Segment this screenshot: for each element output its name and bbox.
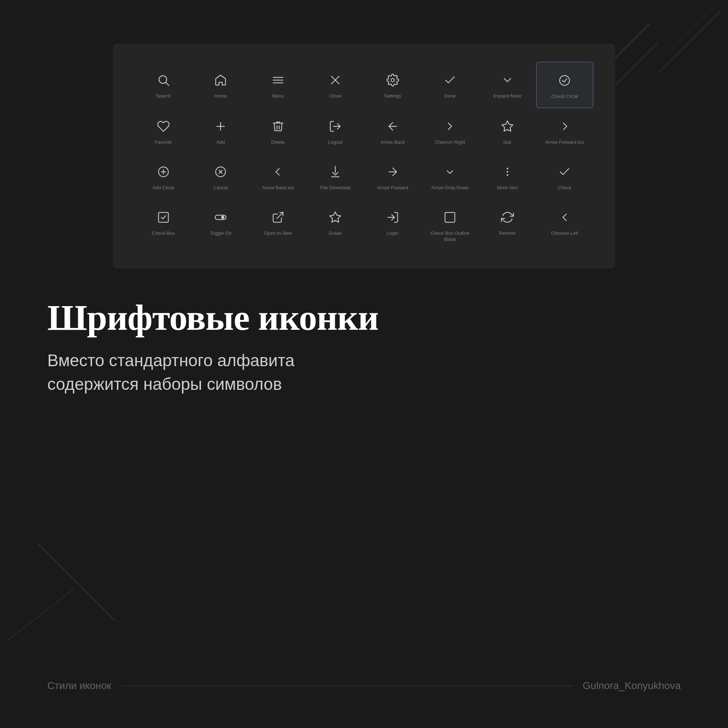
- footer-divider: [122, 686, 572, 686]
- file-download-icon: [329, 164, 342, 180]
- icon-cell-cancel[interactable]: Cancel: [192, 154, 250, 199]
- footer-left-text: Стили иконок: [47, 680, 112, 691]
- icon-cell-chevron-left[interactable]: Chevron Left: [536, 199, 594, 251]
- check-label: Check: [558, 185, 572, 191]
- settings-label: Settings: [384, 93, 401, 99]
- icon-cell-arrow-back-ios[interactable]: Arrow Back Ios: [249, 154, 307, 199]
- svg-point-25: [507, 168, 509, 170]
- check-icon: [558, 164, 571, 180]
- icon-cell-close[interactable]: Close: [307, 62, 364, 108]
- delete-icon: [272, 118, 284, 134]
- icon-cell-toggle-on[interactable]: Toggle On: [192, 199, 250, 251]
- icon-cell-check-circle[interactable]: Check Circle: [536, 62, 594, 108]
- check-box-label: Check Box: [152, 230, 175, 237]
- home-label: Home: [214, 93, 227, 99]
- icon-cell-done[interactable]: Done: [422, 62, 479, 108]
- expand-more-icon: [501, 72, 514, 88]
- star-icon: [501, 118, 514, 134]
- chevron-left-label: Chevron Left: [551, 230, 578, 237]
- icon-cell-add[interactable]: Add: [192, 108, 250, 154]
- arrow-back-icon: [386, 118, 399, 134]
- svg-marker-16: [502, 121, 513, 132]
- icon-cell-home[interactable]: Home: [192, 62, 250, 108]
- more-vert-icon: [501, 164, 514, 180]
- done-icon: [444, 72, 456, 88]
- arrow-forward-ios-icon: [558, 118, 571, 134]
- cancel-label: Cancel: [213, 185, 228, 191]
- open-in-new-icon: [272, 209, 284, 225]
- icon-cell-delete[interactable]: Delete: [249, 108, 307, 154]
- check-box-icon: [157, 209, 170, 225]
- svg-point-3: [159, 76, 167, 83]
- icon-cell-search[interactable]: Search: [135, 62, 192, 108]
- icon-cell-arrow-drop-down[interactable]: Arrow Drop Down: [422, 154, 479, 199]
- icon-cell-login[interactable]: Login: [364, 199, 422, 251]
- toggle-on-label: Toggle On: [210, 230, 231, 237]
- footer-right-text: Gulnora_Konyukhova: [583, 680, 681, 691]
- star-label: Star: [503, 139, 512, 145]
- settings-icon: [386, 72, 399, 88]
- arrow-drop-down-icon: [444, 164, 456, 180]
- subtitle-line1: Вместо стандартного алфавита: [47, 351, 294, 370]
- icon-cell-more-vert[interactable]: More Vert: [479, 154, 536, 199]
- search-label: Search: [156, 93, 171, 99]
- logout-label: Logout: [328, 139, 343, 145]
- svg-line-4: [166, 83, 169, 86]
- home-icon: [214, 72, 227, 88]
- icon-cell-check-box[interactable]: Check Box: [135, 199, 192, 251]
- icon-cell-arrow-forward-ios[interactable]: Arrow Forward Ios: [536, 108, 594, 154]
- done-label: Done: [444, 93, 456, 99]
- icon-cell-favorite[interactable]: Favorite: [135, 108, 192, 154]
- check-circle-label: Check Circle: [551, 93, 578, 100]
- svg-line-31: [277, 212, 283, 219]
- cancel-icon: [214, 164, 227, 180]
- delete-label: Delete: [271, 139, 285, 145]
- arrow-forward-label: Arrow Forward: [377, 185, 408, 191]
- chevron-right-label: Chevron Right: [435, 139, 465, 145]
- icon-cell-refresh[interactable]: Refresh: [479, 199, 536, 251]
- icon-cell-add-circle[interactable]: Add Circle: [135, 154, 192, 199]
- arrow-drop-down-label: Arrow Drop Down: [431, 185, 469, 191]
- check-circle-icon: [558, 72, 571, 89]
- icon-grid: Search Home Menu Close: [135, 62, 593, 251]
- arrow-back-ios-label: Arrow Back Ios: [262, 185, 294, 191]
- refresh-label: Refresh: [499, 230, 516, 237]
- arrow-back-ios-icon: [272, 164, 284, 180]
- login-label: Login: [387, 230, 399, 237]
- add-circle-icon: [157, 164, 170, 180]
- icon-cell-check-box-outline-blank[interactable]: Check Box Outline Blank: [422, 199, 479, 251]
- icon-cell-grade[interactable]: Grade: [307, 199, 364, 251]
- chevron-left-icon: [558, 209, 571, 225]
- icon-cell-arrow-back[interactable]: Arrow Back: [364, 108, 422, 154]
- favorite-label: Favorite: [155, 139, 172, 145]
- icon-cell-arrow-forward[interactable]: Arrow Forward: [364, 154, 422, 199]
- icon-cell-star[interactable]: Star: [479, 108, 536, 154]
- icon-cell-check[interactable]: Check: [536, 154, 594, 199]
- icon-cell-chevron-right[interactable]: Chevron Right: [422, 108, 479, 154]
- arrow-forward-icon: [386, 164, 399, 180]
- file-download-label: File Download: [320, 185, 350, 191]
- subtitle-line2: содержится наборы символов: [47, 375, 282, 393]
- text-section: Шрифтовые иконки Вместо стандартного алф…: [47, 291, 681, 403]
- more-vert-label: More Vert: [497, 185, 518, 191]
- svg-point-30: [221, 216, 225, 219]
- svg-point-11: [560, 76, 570, 86]
- icon-cell-menu[interactable]: Menu: [249, 62, 307, 108]
- icon-cell-file-download[interactable]: File Download: [307, 154, 364, 199]
- svg-point-10: [391, 79, 394, 82]
- svg-rect-34: [445, 212, 455, 222]
- icon-cell-open-in-new[interactable]: Open In New: [249, 199, 307, 251]
- login-icon: [386, 209, 399, 225]
- logout-icon: [329, 118, 342, 134]
- svg-marker-32: [330, 212, 341, 222]
- toggle-on-icon: [214, 209, 227, 225]
- footer: Стили иконок Gulnora_Konyukhova: [47, 680, 681, 691]
- open-in-new-label: Open In New: [264, 230, 292, 237]
- icon-cell-logout[interactable]: Logout: [307, 108, 364, 154]
- expand-more-label: Expand More: [493, 93, 521, 99]
- refresh-icon: [501, 209, 514, 225]
- icon-cell-settings[interactable]: Settings: [364, 62, 422, 108]
- icon-cell-expand-more[interactable]: Expand More: [479, 62, 536, 108]
- grade-icon: [329, 209, 342, 225]
- add-label: Add: [217, 139, 225, 145]
